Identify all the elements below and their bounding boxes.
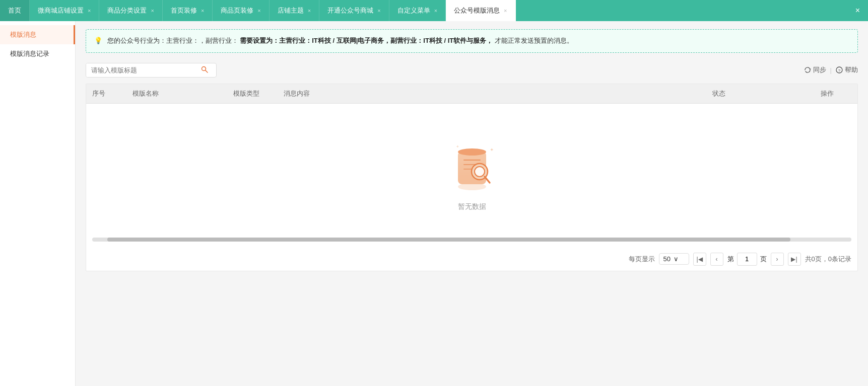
th-content: 消息内容 (278, 84, 706, 103)
tab-custom-menu[interactable]: 自定义菜单 × (389, 0, 446, 21)
th-seq: 序号 (86, 84, 126, 103)
tab-open-mall-label: 开通公众号商城 (327, 6, 373, 15)
tab-home-decor[interactable]: 首页装修 × (163, 0, 213, 21)
page-number-input[interactable] (737, 253, 757, 266)
sidebar-item-template-msg-record-label: 模版消息记录 (10, 50, 49, 57)
empty-icon-svg: ✦ ✦ (442, 134, 502, 194)
help-label: 帮助 (845, 65, 858, 74)
svg-line-1 (206, 70, 208, 72)
search-actions: 同步 | ? 帮助 (804, 65, 858, 74)
page-input-wrap: 第 页 (727, 253, 767, 266)
notice-highlight: 需要设置为：主营行业：IT科技 / 互联网|电子商务，副营行业：IT科技 / I… (240, 37, 493, 44)
tab-custom-menu-close[interactable]: × (434, 8, 437, 14)
tab-category-settings-label: 商品分类设置 (107, 6, 147, 15)
svg-text:✦: ✦ (456, 144, 459, 149)
notice-icon: 💡 (94, 37, 102, 44)
main-layout: 模版消息 模版消息记录 💡 您的公众号行业为：主营行业：，副营行业： 需要设置为… (0, 21, 868, 386)
sync-button[interactable]: 同步 (804, 65, 826, 74)
tab-product-decor-label: 商品页装修 (221, 6, 253, 15)
search-bar: 同步 | ? 帮助 (86, 63, 858, 78)
data-table: 序号 模版名称 模版类型 消息内容 状态 操作 (86, 84, 858, 271)
next-page-button[interactable]: › (771, 253, 784, 266)
help-button[interactable]: ? 帮助 (836, 65, 858, 74)
tab-home-decor-close[interactable]: × (201, 8, 204, 14)
empty-text: 暂无数据 (458, 202, 486, 211)
search-input-wrapper[interactable] (86, 63, 217, 78)
next-page-icon: › (776, 256, 778, 263)
page-total: 共0页，0条记录 (805, 255, 851, 264)
per-page-label: 每页显示 (629, 255, 655, 264)
sidebar: 模版消息 模版消息记录 (0, 21, 76, 386)
tab-open-mall-close[interactable]: × (377, 8, 380, 14)
scroll-track-wrapper (86, 231, 857, 248)
tab-product-decor-close[interactable]: × (257, 8, 260, 14)
page-unit: 页 (760, 255, 767, 264)
tab-shop-theme[interactable]: 店铺主题 × (270, 0, 319, 21)
search-button[interactable] (197, 66, 212, 74)
first-page-button[interactable]: |◀ (693, 253, 706, 266)
top-nav: 首页 微商城店铺设置 × 商品分类设置 × 首页装修 × 商品页装修 × 店铺主… (0, 0, 868, 21)
th-action: 操作 (797, 84, 857, 103)
sync-icon (804, 66, 811, 73)
tab-weshop-settings-label: 微商城店铺设置 (38, 6, 84, 15)
first-page-icon: |◀ (696, 256, 702, 263)
sidebar-item-template-msg-record[interactable]: 模版消息记录 (0, 44, 75, 63)
sidebar-item-template-msg[interactable]: 模版消息 (0, 25, 75, 44)
tab-template-msg[interactable]: 公众号模版消息 × (446, 0, 515, 21)
per-page-value: 50 (663, 255, 671, 263)
prev-page-icon: ‹ (716, 256, 718, 263)
last-page-icon: ▶| (791, 256, 797, 263)
content-area: 💡 您的公众号行业为：主营行业：，副营行业： 需要设置为：主营行业：IT科技 /… (76, 21, 868, 386)
prev-page-button[interactable]: ‹ (710, 253, 723, 266)
table-header: 序号 模版名称 模版类型 消息内容 状态 操作 (86, 84, 857, 104)
empty-illustration: ✦ ✦ (442, 134, 502, 194)
svg-point-12 (475, 167, 485, 177)
scrollbar-thumb[interactable] (107, 238, 790, 242)
tab-weshop-settings[interactable]: 微商城店铺设置 × (30, 0, 99, 21)
tab-template-msg-label: 公众号模版消息 (454, 6, 500, 15)
notice-prefix: 您的公众号行业为：主营行业：，副营行业： (107, 37, 238, 44)
tab-product-decor[interactable]: 商品页装修 × (213, 0, 269, 21)
notice-suffix: 才能正常发送预置的消息。 (495, 37, 573, 44)
last-page-button[interactable]: ▶| (788, 253, 801, 266)
svg-point-7 (458, 148, 486, 156)
empty-state: ✦ ✦ 暂无数据 (86, 104, 857, 231)
tab-category-settings[interactable]: 商品分类设置 × (99, 0, 162, 21)
tab-home[interactable]: 首页 (0, 0, 30, 21)
per-page-select[interactable]: 50 ∨ (659, 253, 689, 265)
tab-custom-menu-label: 自定义菜单 (397, 6, 430, 15)
tab-home-decor-label: 首页装修 (171, 6, 197, 15)
sidebar-item-template-msg-label: 模版消息 (10, 31, 36, 38)
search-input[interactable] (86, 63, 197, 77)
notice-box: 💡 您的公众号行业为：主营行业：，副营行业： 需要设置为：主营行业：IT科技 /… (86, 29, 858, 53)
tab-shop-theme-label: 店铺主题 (278, 6, 304, 15)
tab-shop-theme-close[interactable]: × (308, 8, 311, 14)
close-all-button[interactable]: × (847, 6, 868, 15)
pagination: 每页显示 50 ∨ |◀ ‹ 第 页 › (86, 248, 857, 271)
tab-weshop-settings-close[interactable]: × (88, 8, 91, 14)
per-page-chevron-icon: ∨ (674, 255, 679, 263)
tab-open-mall[interactable]: 开通公众号商城 × (319, 0, 389, 21)
svg-text:✦: ✦ (490, 147, 494, 152)
tab-category-settings-close[interactable]: × (151, 8, 154, 14)
th-name: 模版名称 (126, 84, 227, 103)
svg-text:?: ? (838, 68, 841, 73)
th-type: 模版类型 (227, 84, 278, 103)
tab-home-label: 首页 (8, 6, 21, 15)
page-label: 第 (727, 255, 734, 264)
svg-point-4 (458, 183, 486, 190)
help-icon: ? (836, 66, 843, 73)
tab-template-msg-close[interactable]: × (504, 8, 507, 14)
horizontal-scrollbar[interactable] (92, 238, 851, 242)
sync-label: 同步 (813, 65, 826, 74)
search-icon (201, 66, 208, 73)
action-divider: | (830, 66, 832, 74)
th-status: 状态 (706, 84, 797, 103)
